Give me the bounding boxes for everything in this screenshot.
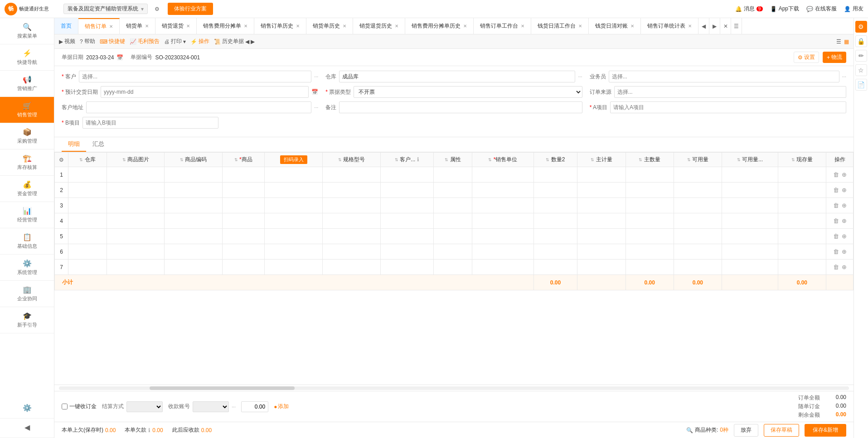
toolbar-view[interactable]: ▶ 视频 <box>59 38 75 45</box>
row-1-product-image[interactable] <box>107 167 165 183</box>
row-7-current-stock[interactable] <box>778 260 826 275</box>
row-4-attribute[interactable] <box>433 213 472 229</box>
row-6-main-quantity[interactable] <box>626 244 674 260</box>
account-select[interactable] <box>193 401 229 412</box>
row-7-warehouse[interactable] <box>68 260 107 275</box>
row-3-current-stock[interactable] <box>778 198 826 213</box>
customer-ellipsis-btn[interactable]: ··· <box>314 74 318 79</box>
row-2-quantity2[interactable] <box>533 183 577 198</box>
rp-settings-icon[interactable]: ⚙ <box>855 21 867 33</box>
row-4-available[interactable] <box>674 213 722 229</box>
row-4-warehouse[interactable] <box>68 213 107 229</box>
row-6-available2[interactable] <box>722 244 778 260</box>
row-1-customer-info[interactable] <box>380 167 433 183</box>
solution-button[interactable]: 体验行业方案 <box>168 3 213 15</box>
customer-address-input[interactable] <box>86 101 311 113</box>
tab-close-sales-refund-history[interactable]: ✕ <box>395 24 398 29</box>
sidebar-item-quick-nav[interactable]: ⚡ 快捷导航 <box>0 44 54 71</box>
tab-sales-workbench[interactable]: 销售订单工作台 ✕ <box>474 18 531 34</box>
row-7-sales-unit[interactable] <box>472 260 534 275</box>
row-6-copy-icon[interactable]: ⊕ <box>842 248 847 255</box>
row-2-warehouse[interactable] <box>68 183 107 198</box>
system-title[interactable]: 装备及固定资产辅助管理系统 ▾ <box>63 4 148 14</box>
tab-close-sales-return[interactable]: ✕ <box>145 24 149 29</box>
tab-close-sales-fee[interactable]: ✕ <box>244 24 247 29</box>
row-2-available2[interactable] <box>722 183 778 198</box>
detail-tab-detail[interactable]: 明细 <box>62 137 86 152</box>
one-key-collect-checkbox[interactable]: 一键收订金 <box>62 403 97 410</box>
row-2-product[interactable] <box>222 183 264 198</box>
row-4-product-code[interactable] <box>165 213 222 229</box>
row-5-product-code[interactable] <box>165 229 222 244</box>
row-3-available2[interactable] <box>722 198 778 213</box>
tab-sales-return-history[interactable]: 销货单历史 ✕ <box>306 18 353 34</box>
row-6-sales-unit[interactable] <box>472 244 534 260</box>
sidebar-item-operation[interactable]: 📊 经营管理 <box>0 202 54 228</box>
detail-tab-summary[interactable]: 汇总 <box>86 137 111 152</box>
row-1-available[interactable] <box>674 167 722 183</box>
row-1-product[interactable] <box>222 167 264 183</box>
settings-icon[interactable]: ⚙ <box>150 3 163 15</box>
row-7-copy-icon[interactable]: ⊕ <box>842 264 847 270</box>
row-5-scan[interactable] <box>264 229 322 244</box>
tab-sales-refund[interactable]: 销货退货 ✕ <box>155 18 197 34</box>
row-5-main-quantity[interactable] <box>626 229 674 244</box>
tab-sales-return[interactable]: 销货单 ✕ <box>120 18 155 34</box>
sidebar-item-system[interactable]: ⚙️ 系统管理 <box>0 255 54 281</box>
date-picker-icon[interactable]: 📅 <box>116 54 123 61</box>
row-2-delete-icon[interactable]: 🗑 <box>833 187 839 193</box>
discard-button[interactable]: 放弃 <box>734 424 758 437</box>
row-2-available[interactable] <box>674 183 722 198</box>
row-1-copy-icon[interactable]: ⊕ <box>842 171 847 178</box>
customer-address-ellipsis-btn[interactable]: ··· <box>314 105 318 110</box>
row-5-customer-info[interactable] <box>380 229 433 244</box>
tab-next-btn[interactable]: ▶ <box>709 18 720 34</box>
rp-edit-icon[interactable]: ✏ <box>855 50 867 62</box>
toolbar-print[interactable]: 🖨 打印 ▾ <box>164 38 186 45</box>
remark-input[interactable] <box>339 101 582 113</box>
tab-close-daily-clear-workbench[interactable]: ✕ <box>578 24 582 29</box>
row-3-customer-info[interactable] <box>380 198 433 213</box>
tab-close-sales-return-history[interactable]: ✕ <box>343 24 346 29</box>
row-2-main-quantity[interactable] <box>626 183 674 198</box>
tab-sales-fee-history[interactable]: 销售费用分摊单历史 ✕ <box>405 18 474 34</box>
sidebar-item-inventory[interactable]: 🏗️ 库存核算 <box>0 149 54 176</box>
row-1-product-code[interactable] <box>165 167 222 183</box>
row-1-available2[interactable] <box>722 167 778 183</box>
customer-input[interactable] <box>79 71 311 82</box>
row-3-delete-icon[interactable]: 🗑 <box>833 202 839 209</box>
sidebar-item-marketing[interactable]: 📢 营销推广 <box>0 71 54 97</box>
row-5-available[interactable] <box>674 229 722 244</box>
row-6-available[interactable] <box>674 244 722 260</box>
one-key-collect-checkbox-input[interactable] <box>62 404 68 409</box>
row-4-delete-icon[interactable]: 🗑 <box>833 217 839 224</box>
delivery-date-input[interactable] <box>101 86 309 98</box>
toolbar-view-toggle-grid[interactable]: ▦ <box>844 39 849 45</box>
row-6-spec[interactable] <box>323 244 380 260</box>
col-settings-icon[interactable]: ⚙ <box>59 157 64 163</box>
warehouse-ellipsis-btn[interactable]: ··· <box>578 74 582 79</box>
row-6-customer-info[interactable] <box>380 244 433 260</box>
row-6-product-image[interactable] <box>107 244 165 260</box>
row-7-spec[interactable] <box>323 260 380 275</box>
row-6-product-code[interactable] <box>165 244 222 260</box>
row-6-warehouse[interactable] <box>68 244 107 260</box>
row-2-attribute[interactable] <box>433 183 472 198</box>
row-7-available[interactable] <box>674 260 722 275</box>
salesperson-input[interactable] <box>609 71 839 82</box>
salesperson-ellipsis-btn[interactable]: ··· <box>842 74 846 79</box>
toolbar-material[interactable]: + 物流 <box>823 52 846 63</box>
row-4-product-image[interactable] <box>107 213 165 229</box>
sidebar-item-sales[interactable]: 🛒 销售管理 <box>0 97 54 123</box>
row-2-main-unit[interactable] <box>577 183 626 198</box>
order-source-input[interactable] <box>614 86 846 98</box>
add-payment-btn[interactable]: ● 添加 <box>274 403 289 410</box>
sidebar-item-finance[interactable]: 💰 资金管理 <box>0 176 54 202</box>
toolbar-settings[interactable]: ⚙ 设置 <box>794 52 819 63</box>
row-6-main-unit[interactable] <box>577 244 626 260</box>
tab-close-daily-clear-account[interactable]: ✕ <box>630 24 634 29</box>
tab-sales-history[interactable]: 销售订单历史 ✕ <box>254 18 306 34</box>
row-7-attribute[interactable] <box>433 260 472 275</box>
row-6-quantity2[interactable] <box>533 244 577 260</box>
tab-close-sales-order[interactable]: ✕ <box>109 24 113 29</box>
